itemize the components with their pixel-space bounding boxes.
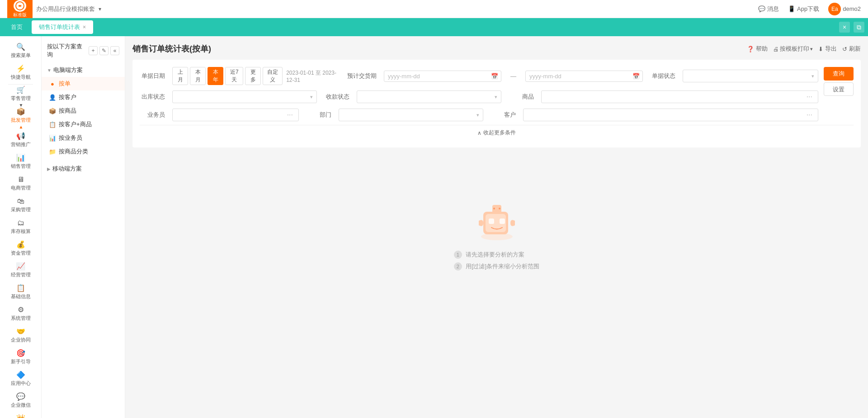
salesperson-dots[interactable]: ··· [285,111,295,119]
panel-header-title: 按以下方案查询 [47,43,86,59]
topbar-title: 办公用品行业模拟账套 [36,5,95,13]
department-select[interactable]: ▾ [339,109,483,121]
date-btn-custom[interactable]: 自定义 [263,67,283,85]
by-goods-icon: 📦 [49,107,56,114]
collapse-up-icon: ∧ [477,130,481,136]
collapse-bar[interactable]: ∧ 收起更多条件 [140,125,854,140]
sidebar-item-enterprise-wechat[interactable]: 💬 企业微信 [0,390,41,411]
refresh-link[interactable]: ↺ 刷新 [842,45,861,53]
system-icon: ⚙ [18,305,24,314]
sidebar-item-enterprise-wechat-label: 企业微信 [11,402,31,408]
sidebar-item-sales[interactable]: 📊 销售管理 [0,151,41,172]
status-select[interactable]: ▾ [683,70,818,82]
salesperson-input-group[interactable]: ··· [172,109,299,121]
page-actions: ❓ 帮助 🖨 按模板打印 ▾ ⬇ 导出 ↺ 刷新 [747,45,861,53]
page-title-bar: 销售订单统计表(按单) ❓ 帮助 🖨 按模板打印 ▾ ⬇ 导出 ↺ 刷新 [132,43,861,54]
sidebar-item-search[interactable]: 🔍 搜索菜单 [0,40,41,62]
customer-input-group[interactable]: ··· [523,109,818,121]
salesperson-field[interactable] [176,110,285,120]
sidebar-item-inventory-label: 库存核算 [11,228,31,235]
goods-field[interactable] [545,92,805,102]
tip2-num: 2 [454,262,462,271]
panel-item-by-salesperson[interactable]: 📊 按业务员 [42,131,125,145]
page-title: 销售订单统计表(按单) [132,43,211,54]
message-label: 消息 [767,5,779,13]
purchase-icon: 🛍 [17,197,24,205]
panel-item-by-customer[interactable]: 👤 按客户 [42,90,125,104]
topbar-message[interactable]: 💬 消息 [758,5,779,13]
nav-tabs: 首页 销售订单统计表 × × ⧉ [0,18,868,36]
sidebar-item-enterprise[interactable]: 🤝 企业协同 [0,324,41,346]
shipment-select[interactable]: ▾ [172,90,317,103]
sidebar-item-ecommerce[interactable]: 🖥 电商管理 [0,172,41,194]
window-close-btn[interactable]: × [839,22,850,33]
date-btn-last-month[interactable]: 上月 [172,67,188,85]
sidebar-item-operations[interactable]: 📈 经营管理 [0,259,41,281]
panel-mobile-section-header[interactable]: ▶ 移动端方案 [42,162,125,176]
sidebar-item-marketing[interactable]: 📢 营销推广 [0,129,41,151]
export-link[interactable]: ⬇ 导出 [818,45,837,53]
home-tab-label: 首页 [11,23,23,31]
tip1-text: 请先选择要分析的方案 [466,251,524,259]
topbar-user[interactable]: Ea demo2 [828,3,861,15]
sidebar-item-guide[interactable]: 🎯 新手引导 [0,346,41,368]
sidebar-item-guide-label: 新手引导 [11,358,31,365]
panel-item-by-goods[interactable]: 📦 按商品 [42,104,125,118]
sidebar-item-purchase[interactable]: 🛍 采购管理 [0,194,41,216]
quick-nav-icon: ⚡ [16,64,25,73]
expected-date-end-field[interactable] [526,71,630,81]
guide-icon: 🎯 [16,349,25,357]
sidebar-item-basic-info[interactable]: 📋 基础信息 [0,281,41,303]
panel-item-by-order[interactable]: ● 按单 [42,77,125,90]
customer-dots[interactable]: ··· [805,111,814,119]
window-restore-btn[interactable]: ⧉ [854,22,864,33]
enterprise-wechat-icon: 💬 [16,392,25,401]
help-link[interactable]: ❓ 帮助 [747,45,768,53]
date-btn-7days[interactable]: 近7天 [225,67,243,85]
panel-collapse-btn[interactable]: « [110,46,119,55]
goods-dots[interactable]: ··· [805,93,814,101]
date-btn-this-year[interactable]: 本年 [208,67,223,85]
sidebar: 🔍 搜索菜单 ⚡ 快捷导航 🛒 零售管理 ▼ 📦 批发管理 ▲ 📢 营销推广 📊… [0,36,42,418]
sidebar-item-wholesale[interactable]: 📦 批发管理 ▲ [0,107,41,129]
salesperson-label: 业务员 [140,111,165,119]
customer-field[interactable] [527,110,805,120]
date-btn-this-month[interactable]: 本月 [190,67,206,85]
sidebar-item-member[interactable]: 👑 畅会员 [0,411,41,418]
sidebar-item-app-center[interactable]: 🔷 应用中心 [0,368,41,390]
topbar-app-download[interactable]: 📱 App下载 [788,5,819,13]
print-link[interactable]: 🖨 按模板打印 ▾ [773,45,813,53]
panel-add-btn[interactable]: + [89,46,98,55]
date-btn-more[interactable]: 更多 [245,67,261,85]
goods-input-group[interactable]: ··· [541,90,818,103]
sidebar-item-retail[interactable]: 🛒 零售管理 ▼ [0,86,41,107]
settings-btn[interactable]: 设置 [824,82,854,96]
logo-label: 标准版 [13,12,27,18]
panel-edit-btn[interactable]: ✎ [99,46,108,55]
tab-sales-order[interactable]: 销售订单统计表 × [32,20,93,34]
sidebar-item-system[interactable]: ⚙ 系统管理 [0,303,41,324]
panel-item-by-category[interactable]: 📁 按商品分类 [42,145,125,158]
query-btn[interactable]: 查询 [824,67,854,81]
sidebar-item-operations-label: 经营管理 [11,271,31,278]
sidebar-item-inventory[interactable]: 🗂 库存核算 [0,216,41,238]
by-salesperson-icon: 📊 [49,134,56,142]
tab-close-icon[interactable]: × [83,24,86,30]
expected-date-start-input[interactable]: 📅 [384,71,501,82]
topbar-dropdown-icon[interactable]: ▾ [99,6,101,12]
topbar: 标准版 办公用品行业模拟账套 ▾ 💬 消息 📱 App下载 Ea demo2 [0,0,868,18]
tab-home[interactable]: 首页 [4,20,30,34]
panel-desktop-section-header[interactable]: ▼ 电脑端方案 [42,63,125,77]
sidebar-item-quick-nav[interactable]: ⚡ 快捷导航 [0,62,41,83]
sidebar-item-finance[interactable]: 💰 资金管理 [0,238,41,259]
department-label: 部门 [306,111,331,119]
expected-date-end-input[interactable]: 📅 [525,71,643,82]
app-label: App下载 [797,5,819,13]
date-filter-label: 单据日期 [140,72,165,80]
inventory-icon: 🗂 [17,219,24,227]
panel-item-by-customer-goods[interactable]: 📋 按客户+商品 [42,118,125,131]
payment-select[interactable]: ▾ [357,90,501,103]
by-category-label: 按商品分类 [59,147,88,156]
expected-date-start-field[interactable] [384,71,488,81]
marketing-icon: 📢 [16,132,25,140]
